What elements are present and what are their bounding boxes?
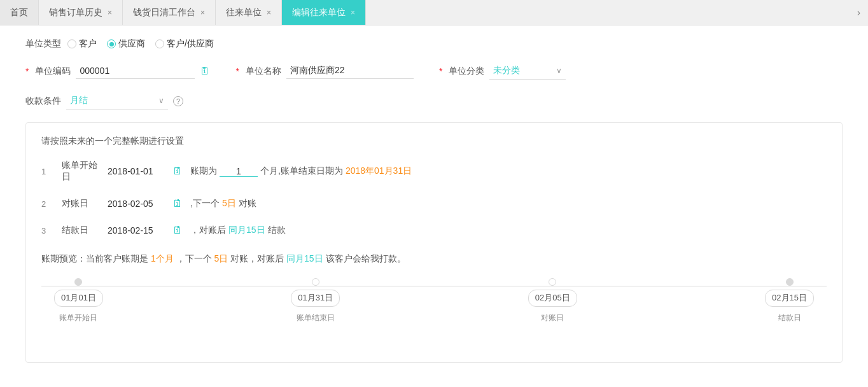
payment-terms-value: 月结 bbox=[70, 95, 155, 106]
timeline-container: 01月01日 账单开始日 01月31日 账单结束日 02月05日 对账日 bbox=[41, 278, 827, 349]
payment-terms-field: 收款条件 月结 ∨ ? bbox=[25, 92, 183, 109]
period-desc-2: ,下一个 5日 对账 bbox=[190, 198, 256, 209]
period-row-2: 2 对账日 2018-02-05 🗓 ,下一个 5日 对账 bbox=[41, 198, 827, 209]
unit-name-input[interactable] bbox=[286, 63, 414, 79]
tl-dot-0 bbox=[74, 278, 82, 286]
unit-type-row: 单位类型 客户 供应商 客户/供应商 bbox=[25, 38, 843, 50]
unit-name-required: * bbox=[235, 66, 239, 76]
period-row-1: 1 账单开始日 2018-01-01 🗓 账期为 个月,账单结束日期为 2018… bbox=[41, 160, 827, 183]
main-content: 单位类型 客户 供应商 客户/供应商 * 单位编码 🗓 * bbox=[0, 25, 868, 387]
tl-badge-1: 01月31日 bbox=[291, 290, 340, 307]
timeline-point-2: 02月05日 对账日 bbox=[528, 278, 577, 324]
period-end-date-highlight: 2018年01月31日 bbox=[346, 165, 412, 177]
period-label-3: 结款日 bbox=[62, 225, 100, 236]
unit-code-required: * bbox=[25, 66, 29, 76]
unit-code-input[interactable] bbox=[76, 63, 195, 79]
unit-category-required: * bbox=[439, 66, 442, 76]
preview-sep1: ，下一个 bbox=[176, 253, 212, 264]
period-desc-2-suffix: 对账 bbox=[239, 198, 256, 209]
unit-category-field: * 单位分类 未分类 ∨ bbox=[439, 62, 566, 80]
radio-group: 客户 供应商 客户/供应商 bbox=[67, 38, 214, 50]
period-desc-2-prefix: ,下一个 bbox=[190, 198, 220, 209]
period-row-3: 3 结款日 2018-02-15 🗓 ，对账后 同月15日 结款 bbox=[41, 225, 827, 236]
preview-sep2: 对账，对账后 bbox=[230, 253, 284, 264]
unit-category-chevron-icon: ∨ bbox=[556, 66, 562, 75]
section-box: 请按照未来的一个完整帐期进行设置 1 账单开始日 2018-01-01 🗓 账期… bbox=[25, 122, 843, 363]
period-desc-1: 账期为 个月,账单结束日期为 2018年01月31日 bbox=[190, 165, 412, 177]
close-tab-sales-history[interactable]: × bbox=[108, 8, 112, 17]
unit-info-row: * 单位编码 🗓 * 单位名称 * 单位分类 未分类 ∨ bbox=[25, 62, 843, 80]
radio-both-label: 客户/供应商 bbox=[167, 38, 214, 50]
radio-both-circle bbox=[155, 39, 164, 48]
tl-label-2: 对账日 bbox=[541, 312, 564, 324]
period-desc-1-before: 账期为 bbox=[190, 165, 217, 177]
tab-partners[interactable]: 往来单位 × bbox=[216, 0, 282, 25]
timeline-point-0: 01月01日 账单开始日 bbox=[54, 278, 103, 324]
payment-terms-help-icon[interactable]: ? bbox=[173, 96, 183, 106]
preview-section: 账期预览：当前客户账期是 1个月 ，下一个 5日 对账，对账后 同月15日 该客… bbox=[41, 251, 827, 349]
period-reconcile-highlight: 5日 bbox=[222, 198, 236, 209]
timeline-point-1: 01月31日 账单结束日 bbox=[291, 278, 340, 324]
period-desc-3-suffix: 结款 bbox=[268, 225, 286, 236]
period-settlement-highlight: 同月15日 bbox=[228, 225, 265, 236]
period-month-input[interactable] bbox=[220, 166, 258, 177]
close-tab-cash-work[interactable]: × bbox=[200, 8, 205, 17]
tl-dot-2 bbox=[549, 278, 556, 286]
unit-code-label: 单位编码 bbox=[35, 66, 71, 77]
tab-edit-partner[interactable]: 编辑往来单位 × bbox=[282, 0, 366, 25]
tl-dot-1 bbox=[312, 278, 319, 286]
preview-part1: 1个月 bbox=[151, 253, 174, 264]
tab-more-button[interactable]: › bbox=[850, 7, 868, 18]
payment-terms-label: 收款条件 bbox=[25, 95, 61, 107]
payment-terms-select[interactable]: 月结 ∨ bbox=[66, 92, 168, 109]
preview-part3: 同月15日 bbox=[286, 253, 323, 264]
unit-type-label: 单位类型 bbox=[25, 38, 61, 50]
period-num-1: 1 bbox=[41, 167, 54, 176]
tab-cash-work[interactable]: 钱货日清工作台 × bbox=[123, 0, 216, 25]
close-tab-edit-partner[interactable]: × bbox=[351, 8, 355, 17]
preview-suffix: 该客户会给我打款。 bbox=[326, 253, 406, 264]
tab-bar: 首页 销售订单历史 × 钱货日清工作台 × 往来单位 × 编辑往来单位 × › bbox=[0, 0, 868, 25]
period-num-3: 3 bbox=[41, 226, 54, 236]
radio-customer[interactable]: 客户 bbox=[67, 38, 97, 50]
unit-code-field: * 单位编码 🗓 bbox=[25, 63, 210, 79]
unit-name-label: 单位名称 bbox=[246, 66, 281, 77]
tab-sales-history[interactable]: 销售订单历史 × bbox=[39, 0, 123, 25]
period-desc-3-prefix: ，对账后 bbox=[190, 225, 226, 236]
period-calendar-3[interactable]: 🗓 bbox=[172, 225, 183, 236]
preview-text: 账期预览：当前客户账期是 1个月 ，下一个 5日 对账，对账后 同月15日 该客… bbox=[41, 251, 827, 265]
unit-category-select[interactable]: 未分类 ∨ bbox=[489, 62, 566, 80]
payment-terms-chevron-icon: ∨ bbox=[158, 96, 164, 105]
period-desc-1-after: 个月,账单结束日期为 bbox=[260, 165, 343, 177]
radio-customer-circle bbox=[67, 39, 76, 48]
tl-label-3: 结款日 bbox=[778, 312, 801, 324]
timeline-points: 01月01日 账单开始日 01月31日 账单结束日 02月05日 对账日 bbox=[54, 278, 814, 324]
tl-badge-0: 01月01日 bbox=[54, 290, 103, 307]
close-tab-partners[interactable]: × bbox=[267, 8, 271, 17]
unit-code-calendar-icon[interactable]: 🗓 bbox=[200, 66, 210, 77]
radio-supplier-circle bbox=[107, 39, 116, 48]
period-calendar-1[interactable]: 🗓 bbox=[172, 165, 183, 177]
tab-home[interactable]: 首页 bbox=[0, 0, 39, 25]
period-label-1: 账单开始日 bbox=[62, 160, 100, 183]
period-calendar-2[interactable]: 🗓 bbox=[172, 198, 183, 209]
unit-type-field: 单位类型 bbox=[25, 38, 61, 50]
section-title: 请按照未来的一个完整帐期进行设置 bbox=[41, 136, 827, 147]
timeline-point-3: 02月15日 结款日 bbox=[765, 278, 814, 324]
radio-customer-label: 客户 bbox=[79, 38, 97, 50]
tl-dot-3 bbox=[786, 278, 794, 286]
unit-name-field: * 单位名称 bbox=[235, 63, 413, 79]
preview-part2: 5日 bbox=[214, 253, 228, 264]
period-date-3: 2018-02-15 bbox=[108, 225, 165, 236]
radio-both[interactable]: 客户/供应商 bbox=[155, 38, 214, 50]
radio-supplier-label: 供应商 bbox=[118, 38, 145, 50]
tl-badge-3: 02月15日 bbox=[765, 290, 814, 307]
period-date-1: 2018-01-01 bbox=[108, 166, 165, 176]
preview-label: 账期预览：当前客户账期是 bbox=[41, 253, 148, 264]
tl-badge-2: 02月05日 bbox=[528, 290, 577, 307]
period-desc-3: ，对账后 同月15日 结款 bbox=[190, 225, 286, 236]
radio-supplier[interactable]: 供应商 bbox=[107, 38, 145, 50]
period-date-2: 2018-02-05 bbox=[108, 199, 165, 209]
unit-category-value: 未分类 bbox=[493, 65, 552, 76]
period-num-2: 2 bbox=[41, 199, 54, 209]
